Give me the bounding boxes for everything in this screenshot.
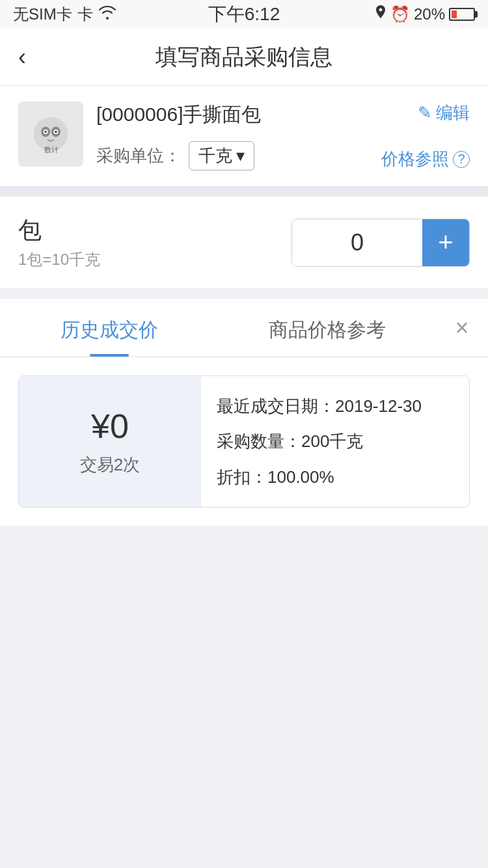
unit-value: 千克 [198, 144, 232, 167]
edit-button[interactable]: ✎ 编辑 [418, 102, 470, 124]
location-icon [375, 5, 386, 23]
history-price: ¥0 [91, 407, 129, 446]
alarm-icon: ⏰ [390, 5, 410, 23]
history-trade-count: 交易2次 [80, 454, 140, 476]
quantity-row: 包 1包=10千克 + [0, 197, 488, 288]
unit-label: 采购单位： [96, 144, 181, 167]
battery-percent: 20% [414, 5, 445, 23]
tab-product-price-ref[interactable]: 商品价格参考 [218, 299, 436, 357]
history-card-right: 最近成交日期：2019-12-30 采购数量：200千克 折扣：100.00% [201, 376, 469, 507]
wifi-icon [98, 5, 116, 23]
quantity-plus-button[interactable]: + [422, 219, 469, 266]
chevron-down-icon: ▾ [236, 146, 245, 166]
tab-content: ¥0 交易2次 最近成交日期：2019-12-30 采购数量：200千克 折扣：… [0, 357, 488, 526]
product-image: 数计 [18, 102, 83, 167]
nav-bar: ‹ 填写商品采购信息 [0, 29, 488, 86]
product-name: [0000006]手撕面包 [96, 102, 470, 128]
quantity-unit-main: 包 [18, 215, 100, 247]
tab-header: 历史成交价 商品价格参考 × [0, 299, 488, 357]
quantity-unit-sub: 1包=10千克 [18, 249, 100, 270]
svg-point-6 [55, 131, 57, 133]
unit-selector[interactable]: 千克 ▾ [189, 141, 254, 170]
tab-close-button[interactable]: × [436, 302, 488, 354]
quantity-label: 包 1包=10千克 [18, 215, 100, 270]
status-left: 无SIM卡 卡 [13, 4, 116, 25]
history-quantity: 采购数量：200千克 [217, 429, 454, 453]
recent-date-value: 2019-12-30 [335, 396, 422, 416]
tab-history-price[interactable]: 历史成交价 [0, 299, 218, 357]
quantity-detail-label: 采购数量： [217, 431, 301, 451]
quantity-detail-value: 200千克 [301, 431, 363, 451]
product-card: 数计 [0000006]手撕面包 采购单位： 千克 ▾ ✎ 编辑 价格参照 ? [0, 86, 488, 186]
recent-date-label: 最近成交日期： [217, 396, 335, 416]
svg-text:数计: 数计 [44, 146, 59, 154]
history-card: ¥0 交易2次 最近成交日期：2019-12-30 采购数量：200千克 折扣：… [18, 375, 470, 508]
discount-label: 折扣： [217, 467, 267, 487]
back-button[interactable]: ‹ [18, 44, 26, 71]
quantity-input[interactable] [292, 219, 422, 266]
price-ref-button[interactable]: 价格参照 ? [381, 148, 470, 170]
tab-panel: 历史成交价 商品价格参考 × ¥0 交易2次 最近成交日期：2019-12-30… [0, 299, 488, 526]
status-right: ⏰ 20% [375, 5, 475, 23]
history-discount: 折扣：100.00% [217, 465, 454, 489]
carrier-text: 无SIM卡 [13, 4, 72, 25]
edit-label: 编辑 [436, 102, 470, 124]
battery-icon [449, 8, 475, 21]
status-bar: 无SIM卡 卡 下午6:12 ⏰ 20% [0, 0, 488, 29]
status-time: 下午6:12 [208, 2, 280, 27]
sim-icon: 卡 [77, 4, 93, 25]
quantity-input-group: + [291, 219, 470, 267]
history-card-left: ¥0 交易2次 [19, 376, 201, 507]
edit-icon: ✎ [418, 103, 432, 123]
discount-value: 100.00% [267, 467, 334, 487]
price-ref-label: 价格参照 [381, 148, 449, 170]
svg-point-5 [44, 131, 47, 133]
history-date: 最近成交日期：2019-12-30 [217, 394, 454, 418]
page-title: 填写商品采购信息 [156, 42, 332, 72]
divider [0, 186, 488, 197]
help-icon: ? [453, 151, 470, 168]
